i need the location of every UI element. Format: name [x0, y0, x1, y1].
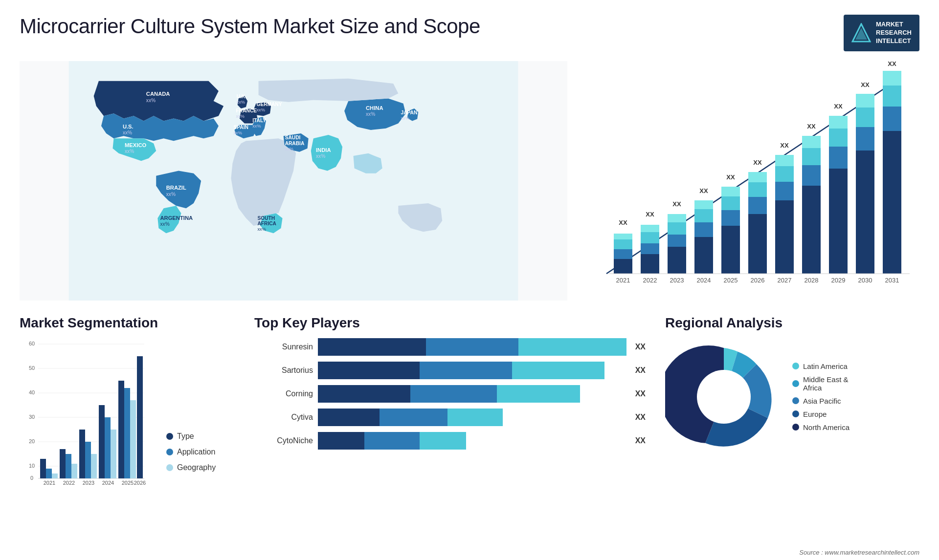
legend-type: Type: [166, 432, 235, 441]
pie-chart: [665, 338, 782, 455]
player-name-sunresin: Sunresin: [254, 343, 313, 351]
seg-chart: 60 50 40 30 20 10 0: [20, 338, 156, 487]
svg-text:XX: XX: [861, 81, 870, 88]
legend-asia-dot: [792, 397, 799, 404]
player-name-sartorius: Sartorius: [254, 366, 313, 375]
svg-rect-7: [614, 249, 632, 259]
china-value: xx%: [366, 111, 375, 117]
svg-rect-90: [60, 449, 66, 478]
pie-svg: [665, 338, 782, 455]
logo-icon: [851, 23, 871, 43]
svg-text:2023: 2023: [670, 277, 684, 284]
svg-rect-29: [721, 187, 740, 196]
svg-text:10: 10: [29, 463, 35, 469]
svg-text:XX: XX: [807, 123, 816, 130]
svg-rect-33: [748, 182, 767, 197]
svg-rect-91: [66, 454, 71, 478]
logo-text: MARKET RESEARCH INTELLECT: [876, 21, 912, 45]
bar-seg1: [318, 409, 380, 426]
svg-text:XX: XX: [672, 200, 681, 208]
svg-rect-34: [748, 172, 767, 182]
svg-rect-88: [46, 469, 52, 478]
player-name-cytiva: Cytiva: [254, 413, 313, 422]
svg-rect-87: [40, 459, 46, 478]
svg-text:40: 40: [29, 389, 35, 395]
key-players-title: Top Key Players: [254, 315, 646, 331]
svg-text:2024: 2024: [697, 277, 711, 284]
svg-text:2027: 2027: [778, 277, 792, 284]
player-xx-corning: XX: [635, 389, 646, 398]
svg-rect-41: [802, 186, 821, 274]
germany-label: GERMANY: [256, 102, 282, 107]
player-bar-sartorius: [318, 362, 626, 379]
svg-rect-32: [748, 197, 767, 214]
italy-label: ITALY: [252, 117, 266, 123]
key-players-container: Top Key Players Sunresin XX Sartorius: [254, 315, 646, 501]
svg-text:2024: 2024: [102, 480, 114, 485]
seg-chart-svg: 60 50 40 30 20 10 0: [20, 338, 147, 485]
svg-text:2023: 2023: [83, 480, 94, 485]
svg-rect-101: [130, 400, 136, 478]
italy-value: xx%: [252, 123, 261, 128]
top-section: CANADA xx% U.S. xx% MEXICO xx% BRAZIL xx…: [20, 61, 919, 301]
svg-text:XX: XX: [699, 187, 708, 194]
svg-rect-42: [802, 165, 821, 186]
svg-rect-39: [775, 155, 794, 166]
player-row-cytoniche: CytoNiche XX: [254, 432, 646, 450]
bottom-section: Market Segmentation 60 50 40 30 20 10 0: [20, 315, 919, 501]
player-xx-sartorius: XX: [635, 366, 646, 375]
brazil-value: xx%: [166, 191, 176, 196]
svg-text:2025: 2025: [122, 480, 134, 485]
svg-rect-37: [775, 182, 794, 200]
page-container: Microcarrier Culture System Market Size …: [0, 0, 939, 560]
svg-text:XX: XX: [726, 173, 735, 181]
svg-rect-44: [802, 136, 821, 148]
bar-seg3: [497, 385, 580, 403]
bar-chart-container: XX XX XX XX: [587, 61, 919, 301]
svg-rect-51: [856, 151, 874, 274]
uk-value: xx%: [237, 99, 245, 104]
bar-seg3: [518, 338, 626, 356]
svg-text:2022: 2022: [643, 277, 657, 284]
svg-text:2022: 2022: [63, 480, 75, 485]
player-bar-sunresin: [318, 338, 626, 356]
legend-europe: Europe: [792, 410, 850, 418]
svg-rect-47: [829, 147, 848, 169]
legend-type-dot: [166, 433, 173, 440]
bar-seg1: [318, 432, 364, 450]
player-bar-corning: [318, 385, 626, 403]
svg-rect-92: [71, 464, 77, 478]
header: Microcarrier Culture System Market Size …: [20, 15, 919, 51]
argentina-value: xx%: [160, 221, 169, 227]
svg-rect-36: [775, 200, 794, 274]
svg-rect-14: [641, 225, 659, 232]
us-label: U.S.: [123, 123, 134, 129]
bar-seg1: [318, 338, 426, 356]
bar-seg1: [318, 362, 420, 379]
svg-rect-16: [668, 247, 686, 274]
bar-seg3: [512, 362, 604, 379]
japan-label: JAPAN: [401, 110, 417, 115]
svg-rect-97: [105, 417, 111, 478]
legend-mea: Middle East &Africa: [792, 375, 850, 392]
player-name-corning: Corning: [254, 389, 313, 398]
regional-title: Regional Analysis: [665, 315, 919, 331]
legend-type-label: Type: [177, 432, 194, 441]
player-row-cytiva: Cytiva XX: [254, 409, 646, 426]
svg-rect-19: [668, 214, 686, 222]
player-row-sartorius: Sartorius XX: [254, 362, 646, 379]
seg-legend: Type Application Geography: [166, 432, 235, 487]
germany-value: xx%: [256, 108, 265, 112]
svg-rect-23: [694, 209, 713, 222]
player-xx-cytiva: XX: [635, 413, 646, 422]
svg-text:50: 50: [29, 365, 35, 371]
svg-text:2026: 2026: [134, 480, 146, 485]
legend-geo-label: Geography: [177, 463, 216, 472]
svg-rect-17: [668, 235, 686, 247]
uk-label: U.K.: [237, 93, 247, 99]
source-text: Source : www.marketresearchintellect.com: [799, 549, 919, 556]
legend-mea-dot: [792, 380, 799, 387]
legend-geography: Geography: [166, 463, 235, 472]
page-title: Microcarrier Culture System Market Size …: [20, 15, 480, 38]
canada-value: xx%: [146, 97, 156, 103]
